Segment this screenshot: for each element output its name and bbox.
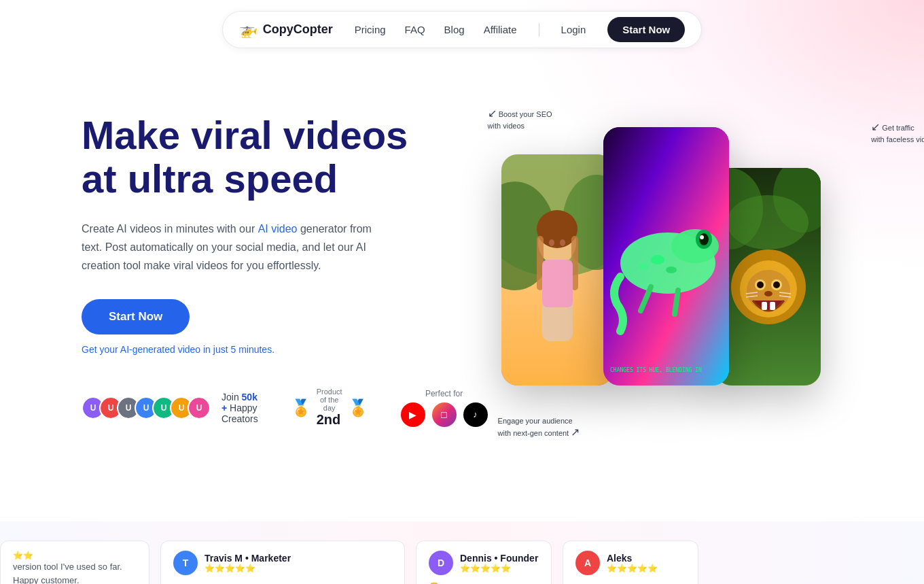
svg-rect-36 (762, 302, 767, 310)
girl-screen (501, 154, 614, 385)
login-button[interactable]: Login (561, 24, 586, 35)
stars: ⭐⭐⭐⭐⭐ (460, 564, 538, 573)
phone-card-right (715, 168, 821, 385)
instagram-icon[interactable]: ◻ (432, 402, 457, 427)
reviewer-header: D Dennis • Founder ⭐⭐⭐⭐⭐ (429, 551, 539, 575)
nav-logo[interactable]: 🚁 CopyCopter (239, 21, 333, 39)
phone-card-center: CHANGES ITS HUE, BLENDING IN (603, 127, 729, 385)
chameleon-screen: CHANGES ITS HUE, BLENDING IN (603, 127, 729, 385)
reviewer-avatar: T (173, 551, 198, 575)
tiktok-icon[interactable]: ♪ (463, 402, 488, 427)
avatar-group: U U U U U U U (82, 396, 211, 419)
nav-link-affiliate[interactable]: Affiliate (484, 24, 517, 35)
hero-sub-link[interactable]: Get your AI-generated video in just 5 mi… (82, 344, 488, 355)
navbar: 🚁 CopyCopter Pricing FAQ Blog Affiliate … (0, 0, 924, 59)
svg-point-11 (560, 239, 565, 246)
stars: ⭐⭐⭐⭐⭐ (607, 564, 658, 573)
hero-section: Make viral videos at ultra speed Create … (0, 59, 924, 521)
nav-divider (539, 23, 539, 37)
nav-start-button[interactable]: Start Now (607, 17, 685, 42)
proof-text: Join 50k + Happy Creators (221, 392, 258, 424)
lion-screen (715, 168, 821, 385)
hero-description: Create AI videos in minutes with our AI … (82, 220, 380, 275)
review-card-partial-1: ⭐⭐ version tool I've used so far. Happy … (0, 540, 149, 584)
social-icons: ▶ ◻ ♪ (401, 402, 488, 427)
reviewer-header: T Travis M • Marketer ⭐⭐⭐⭐⭐ (173, 551, 392, 575)
review-card-travis: T Travis M • Marketer ⭐⭐⭐⭐⭐ They ship in… (160, 540, 405, 584)
phone-card-left (501, 154, 614, 385)
nav-link-faq[interactable]: FAQ (405, 24, 425, 35)
logo-text: CopyCopter (263, 22, 333, 37)
review-card-aleks-partial: A Aleks ⭐⭐⭐⭐⭐ Wow, (563, 540, 698, 584)
product-day-rank: 2nd (317, 412, 342, 428)
svg-rect-37 (770, 302, 775, 310)
highlight-text: AI video (258, 223, 298, 235)
nav-link-blog[interactable]: Blog (444, 24, 465, 35)
hero-start-button[interactable]: Start Now (82, 299, 190, 334)
svg-point-16 (699, 233, 709, 245)
svg-point-34 (773, 281, 780, 288)
stars: ⭐⭐ (13, 551, 137, 560)
review-text: Wow, (575, 581, 686, 584)
nav-link-pricing[interactable]: Pricing (355, 24, 386, 35)
hero-left: Make viral videos at ultra speed Create … (82, 100, 488, 428)
svg-rect-9 (542, 260, 573, 307)
product-day-label: Product of the day (317, 388, 342, 412)
svg-point-21 (666, 267, 677, 273)
svg-point-35 (764, 291, 772, 296)
review-text: They ship insanely fast. I've got the fa… (173, 581, 392, 584)
svg-text:CHANGES ITS HUE, BLENDING IN: CHANGES ITS HUE, BLENDING IN (610, 367, 702, 373)
laurel-right-icon: 🏅 (348, 398, 368, 417)
hero-visuals: ↙ Boost your SEOwith videos ↙ Get traffi… (488, 100, 870, 494)
reviewer-name: Travis M • Marketer (205, 553, 291, 564)
annotation-boost-seo: ↙ Boost your SEOwith videos (488, 107, 552, 131)
reviewer-avatar: A (575, 551, 600, 575)
svg-point-22 (639, 263, 649, 270)
svg-point-32 (757, 281, 764, 288)
review-text: version tool I've used so far. Happy cus… (13, 560, 137, 584)
reviews-row-1: ⭐⭐ version tool I've used so far. Happy … (0, 535, 924, 584)
reviewer-name: Dennis • Founder (460, 553, 538, 564)
nav-inner: 🚁 CopyCopter Pricing FAQ Blog Affiliate … (222, 11, 703, 48)
reviewer-avatar: D (429, 551, 453, 575)
perfect-for: Perfect for ▶ ◻ ♪ (401, 389, 488, 427)
perfect-for-label: Perfect for (401, 389, 488, 398)
svg-line-19 (675, 290, 678, 314)
review-card-dennis: D Dennis • Founder ⭐⭐⭐⭐⭐ 🤩 (416, 540, 552, 584)
svg-point-10 (549, 239, 554, 246)
nav-links: Pricing FAQ Blog Affiliate (355, 24, 517, 35)
avatar: U (188, 396, 211, 419)
review-text: 🤩 (429, 581, 539, 584)
svg-point-14 (671, 229, 719, 263)
youtube-icon[interactable]: ▶ (401, 402, 425, 427)
reviews-section: ⭐⭐ version tool I've used so far. Happy … (0, 521, 924, 584)
product-of-day: 🏅 Product of the day 2nd 🏅 (291, 388, 368, 428)
social-proof: U U U U U U U Join 50k + Happy Creators … (82, 388, 488, 428)
svg-point-27 (727, 195, 808, 250)
laurel-left-icon: 🏅 (291, 398, 311, 417)
logo-icon: 🚁 (239, 21, 257, 39)
stars: ⭐⭐⭐⭐⭐ (205, 564, 291, 573)
reviewer-header: A Aleks ⭐⭐⭐⭐⭐ (575, 551, 686, 575)
reviewer-name: Aleks (607, 553, 658, 564)
annotation-get-traffic: ↙ Get trafficwith faceless videos (871, 120, 924, 144)
annotation-engage: Engage your audiencewith next-gen conten… (498, 416, 580, 440)
hero-title: Make viral videos at ultra speed (82, 114, 488, 201)
svg-point-20 (651, 255, 664, 264)
svg-point-17 (700, 235, 704, 239)
